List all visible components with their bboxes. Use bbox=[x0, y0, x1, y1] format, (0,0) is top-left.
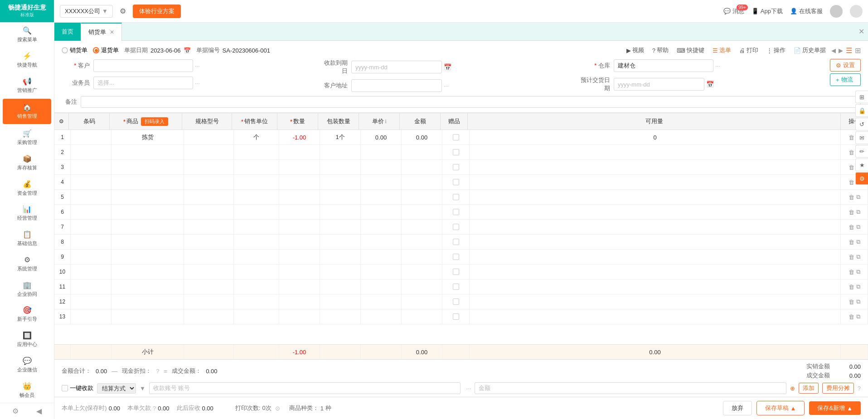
td-price[interactable] bbox=[361, 175, 402, 189]
app-download-button[interactable]: 📱 App下载 bbox=[752, 7, 783, 15]
td-price[interactable] bbox=[361, 205, 402, 219]
td-qty[interactable] bbox=[279, 220, 320, 234]
td-amount[interactable] bbox=[402, 294, 442, 309]
td-barcode[interactable] bbox=[71, 160, 112, 174]
row-1-gift[interactable] bbox=[442, 130, 470, 144]
sidebar-item-purchase[interactable]: 🛒 采购管理 bbox=[0, 125, 54, 150]
td-price[interactable] bbox=[361, 279, 402, 294]
td-barcode[interactable] bbox=[71, 279, 112, 294]
td-gift[interactable] bbox=[442, 265, 470, 279]
td-unit[interactable] bbox=[234, 250, 279, 264]
td-spec[interactable] bbox=[184, 160, 234, 174]
address-more-icon[interactable]: ··· bbox=[444, 82, 449, 89]
radio-sale-order[interactable]: 销货单 bbox=[62, 46, 87, 54]
td-unit[interactable] bbox=[234, 235, 279, 249]
discard-button[interactable]: 放弃 bbox=[723, 401, 752, 415]
float-refresh-btn[interactable]: ↺ bbox=[855, 118, 868, 130]
float-grid-btn[interactable]: ⊞ bbox=[855, 91, 868, 103]
calendar-icon[interactable]: 📅 bbox=[184, 47, 191, 54]
td-product[interactable] bbox=[112, 309, 184, 324]
settings-button[interactable]: ⚙ bbox=[116, 5, 129, 18]
sidebar-item-search[interactable]: 🔍 搜索菜单 bbox=[0, 22, 54, 48]
pay-method-select[interactable]: 结算方式 bbox=[97, 383, 136, 394]
td-price[interactable] bbox=[361, 309, 402, 324]
gift-checkbox[interactable] bbox=[453, 299, 459, 305]
td-qty[interactable] bbox=[279, 309, 320, 324]
td-barcode[interactable] bbox=[71, 265, 112, 279]
td-pack[interactable] bbox=[320, 160, 361, 174]
history-btn[interactable]: 📄 历史单据 bbox=[791, 45, 829, 55]
td-price[interactable] bbox=[361, 294, 402, 309]
float-star-btn[interactable]: ★ bbox=[855, 159, 868, 171]
delivery-calendar-icon[interactable]: 📅 bbox=[706, 81, 714, 88]
td-gift[interactable] bbox=[442, 309, 470, 324]
next-record-btn[interactable]: ▶ bbox=[839, 47, 843, 54]
copy-icon[interactable]: ⧉ bbox=[856, 208, 860, 216]
sidebar-item-operations[interactable]: 📊 经营管理 bbox=[0, 201, 54, 226]
setting-button[interactable]: ⚙ 设置 bbox=[830, 59, 861, 72]
row-1-pack[interactable]: 1个 bbox=[320, 130, 361, 144]
tab-home[interactable]: 首页 bbox=[54, 23, 81, 41]
warehouse-more-icon[interactable]: ··· bbox=[715, 63, 720, 69]
row-1-price[interactable]: 0.00 bbox=[361, 130, 402, 144]
sidebar-item-sales[interactable]: 🏠 销售管理 bbox=[3, 99, 51, 124]
td-unit[interactable] bbox=[234, 175, 279, 189]
amount-input[interactable]: 金额 bbox=[475, 382, 786, 394]
td-unit[interactable] bbox=[234, 279, 279, 294]
price-info-icon[interactable]: ℹ bbox=[385, 119, 387, 125]
sidebar-item-member[interactable]: 👑 畅会员 bbox=[0, 377, 54, 403]
gift-checkbox[interactable] bbox=[453, 269, 459, 275]
td-qty[interactable] bbox=[279, 235, 320, 249]
td-spec[interactable] bbox=[184, 205, 234, 219]
one-click-pay-checkbox[interactable]: 一键收款 bbox=[62, 384, 93, 392]
prev-record-btn[interactable]: ◀ bbox=[831, 47, 836, 54]
radio-return-order[interactable]: 退货单 bbox=[93, 46, 119, 54]
copy-icon[interactable]: ⧉ bbox=[856, 223, 860, 231]
copy-icon[interactable]: ⧉ bbox=[856, 253, 860, 260]
td-spec[interactable] bbox=[184, 145, 234, 159]
row-1-spec[interactable] bbox=[184, 130, 234, 144]
td-barcode[interactable] bbox=[71, 190, 112, 204]
td-spec[interactable] bbox=[184, 279, 234, 294]
pay-checkbox-box[interactable] bbox=[62, 385, 68, 391]
row-1-gift-checkbox[interactable] bbox=[453, 134, 459, 140]
copy-icon[interactable]: ⧉ bbox=[856, 238, 860, 246]
trial-button[interactable]: 体验行业方案 bbox=[133, 5, 181, 18]
shortcut-btn[interactable]: ⌨ 快捷键 bbox=[674, 45, 707, 55]
delete-icon[interactable]: 🗑 bbox=[849, 164, 854, 171]
td-pack[interactable] bbox=[320, 309, 361, 324]
td-barcode[interactable] bbox=[71, 175, 112, 189]
td-barcode[interactable] bbox=[71, 205, 112, 219]
td-qty[interactable] bbox=[279, 190, 320, 204]
td-price[interactable] bbox=[361, 190, 402, 204]
td-gift[interactable] bbox=[442, 190, 470, 204]
due-info-icon[interactable]: ? bbox=[153, 405, 156, 412]
copy-icon[interactable]: ⧉ bbox=[856, 268, 860, 275]
account-input[interactable]: 收款账号 账号 bbox=[149, 382, 461, 394]
discount-info-icon[interactable]: ? bbox=[156, 368, 159, 375]
save-new-button[interactable]: 保存&新增 ▲ bbox=[809, 401, 861, 415]
salesperson-input[interactable]: 选择... bbox=[93, 77, 193, 89]
td-qty[interactable] bbox=[279, 279, 320, 294]
message-button[interactable]: 💬 消息 99+ bbox=[723, 7, 744, 15]
td-price[interactable] bbox=[361, 235, 402, 249]
td-barcode[interactable] bbox=[71, 235, 112, 249]
td-unit[interactable] bbox=[234, 265, 279, 279]
td-price[interactable] bbox=[361, 265, 402, 279]
delete-icon[interactable]: 🗑 bbox=[849, 254, 854, 260]
td-spec[interactable] bbox=[184, 190, 234, 204]
row-1-delete-icon[interactable]: 🗑 bbox=[849, 134, 854, 141]
customer-input[interactable] bbox=[93, 59, 193, 72]
sidebar-settings-icon[interactable]: ⚙ bbox=[12, 407, 19, 415]
td-unit[interactable] bbox=[234, 160, 279, 174]
close-all-tabs-button[interactable]: ✕ bbox=[858, 27, 864, 36]
td-qty[interactable] bbox=[279, 145, 320, 159]
td-product[interactable] bbox=[112, 294, 184, 309]
due-date-calendar-icon[interactable]: 📅 bbox=[444, 63, 451, 71]
help-btn[interactable]: ? 帮助 bbox=[650, 45, 671, 55]
due-date-input[interactable]: yyyy-mm-dd bbox=[351, 61, 442, 73]
delivery-date-input[interactable]: yyyy-mm-dd bbox=[614, 78, 704, 91]
td-qty[interactable] bbox=[279, 160, 320, 174]
sidebar-item-enterprise[interactable]: 🏢 企业协同 bbox=[0, 276, 54, 302]
td-price[interactable] bbox=[361, 160, 402, 174]
